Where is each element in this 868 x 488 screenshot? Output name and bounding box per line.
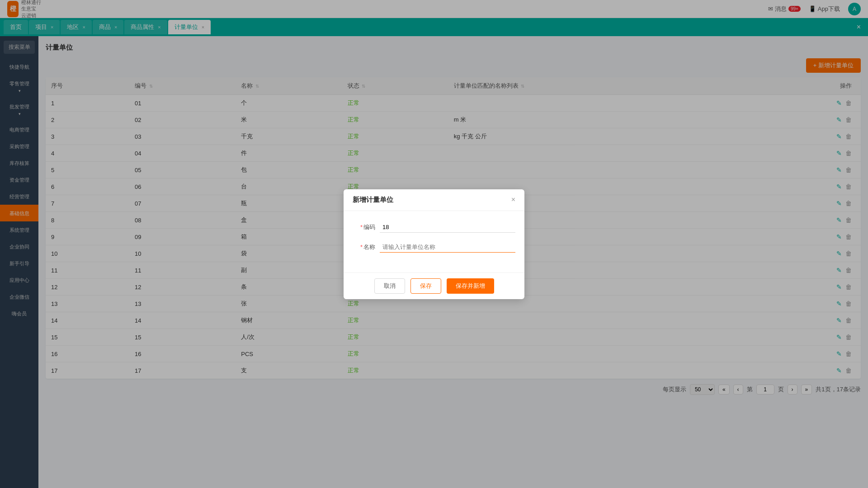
dialog-body: *编码 *名称	[344, 211, 524, 272]
form-row-name: *名称	[353, 242, 515, 253]
dialog-overlay: 新增计量单位 × *编码 *名称 取消 保存 保存并新增	[0, 0, 868, 488]
code-label: *编码	[353, 223, 375, 231]
save-button[interactable]: 保存	[410, 278, 441, 294]
name-label: *名称	[353, 243, 375, 251]
form-row-code: *编码	[353, 222, 515, 233]
name-input[interactable]	[380, 242, 515, 253]
dialog-close-button[interactable]: ×	[511, 196, 515, 204]
save-and-new-button[interactable]: 保存并新增	[447, 278, 494, 294]
dialog-header: 新增计量单位 ×	[344, 189, 524, 211]
cancel-button[interactable]: 取消	[374, 278, 405, 294]
add-unit-dialog: 新增计量单位 × *编码 *名称 取消 保存 保存并新增	[344, 189, 524, 299]
dialog-title: 新增计量单位	[353, 196, 393, 204]
dialog-footer: 取消 保存 保存并新增	[344, 272, 524, 299]
code-input[interactable]	[380, 222, 515, 233]
